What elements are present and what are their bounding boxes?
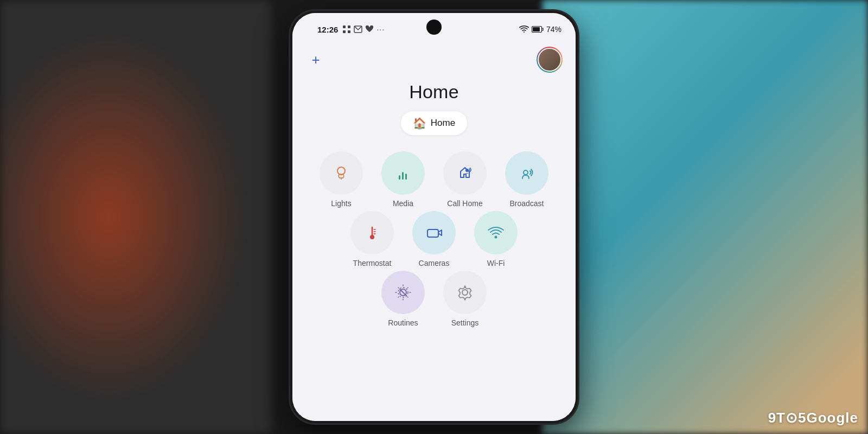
svg-rect-11: [402, 172, 404, 180]
callhome-label: Call Home: [447, 199, 482, 208]
svg-line-31: [398, 297, 399, 297]
background-right: [542, 0, 868, 434]
status-left: 12:26 ···: [307, 25, 385, 34]
settings-icon-circle: [443, 271, 487, 314]
wifi-label: Wi-Fi: [487, 259, 505, 267]
media-item[interactable]: Media: [374, 151, 432, 208]
cameras-label: Cameras: [419, 259, 450, 267]
svg-point-7: [337, 167, 345, 175]
home-pill-label: Home: [431, 118, 455, 129]
grid-icon: [342, 25, 351, 34]
callhome-item[interactable]: Call Home: [436, 151, 494, 208]
broadcast-icon: [517, 163, 537, 183]
svg-line-28: [398, 288, 399, 288]
battery-icon: [532, 26, 544, 33]
phone-screen: 12:26 ···: [292, 13, 576, 421]
cameras-icon-circle: [412, 211, 456, 254]
callhome-icon: [455, 163, 475, 183]
media-label: Media: [393, 199, 413, 208]
home-icon: 🏠: [413, 117, 426, 130]
cameras-icon: [424, 223, 444, 242]
avatar-inner: [538, 48, 561, 72]
svg-point-16: [370, 235, 374, 239]
wifi-icon-circle: [474, 211, 518, 254]
lights-label: Lights: [331, 199, 351, 208]
status-icons-left: ···: [342, 25, 385, 34]
svg-rect-2: [343, 30, 346, 33]
watermark: 9T⊙5Google: [768, 410, 858, 426]
broadcast-icon-circle: [505, 151, 548, 195]
lights-icon-circle: [320, 151, 363, 195]
grid-row-2: Thermostat Cameras: [303, 211, 565, 267]
thermostat-icon: [362, 223, 382, 242]
svg-rect-1: [348, 25, 350, 28]
app-content: + Home 🏠 Home: [292, 41, 576, 421]
routines-item[interactable]: Routines: [374, 271, 432, 327]
camera-hole: [426, 20, 442, 35]
grid-row-3: Routines Settings: [303, 271, 565, 327]
ellipsis-icon: ···: [376, 25, 385, 34]
svg-rect-12: [405, 174, 407, 180]
svg-line-29: [407, 297, 408, 297]
battery-percent: 74%: [546, 25, 561, 34]
svg-line-30: [407, 288, 408, 288]
cameras-item[interactable]: Cameras: [405, 211, 463, 267]
thermostat-label: Thermostat: [353, 259, 392, 267]
svg-rect-0: [343, 25, 346, 28]
svg-point-33: [462, 290, 468, 295]
status-icons-right: 74%: [519, 25, 561, 34]
grid-row-1: Lights Media: [303, 151, 565, 208]
routines-icon: [393, 283, 413, 302]
add-button[interactable]: +: [305, 49, 326, 70]
settings-icon: [455, 283, 475, 302]
lights-icon: [331, 163, 351, 183]
wifi-item[interactable]: Wi-Fi: [467, 211, 525, 267]
thermostat-icon-circle: [350, 211, 394, 254]
routines-icon-circle: [381, 271, 425, 314]
media-icon: [393, 163, 413, 183]
broadcast-item[interactable]: Broadcast: [497, 151, 556, 208]
email-icon: [354, 25, 362, 33]
settings-label: Settings: [451, 318, 479, 327]
svg-rect-6: [533, 27, 540, 31]
callhome-icon-circle: [443, 151, 487, 195]
grid-section: Lights Media: [303, 151, 565, 327]
svg-point-21: [495, 236, 497, 239]
status-bar: 12:26 ···: [292, 13, 576, 41]
background-left: [0, 0, 271, 434]
heart-icon: [365, 25, 374, 33]
routines-label: Routines: [388, 318, 418, 327]
page-title: Home: [409, 81, 459, 103]
plus-icon: +: [311, 53, 320, 67]
avatar[interactable]: [537, 47, 563, 73]
lights-item[interactable]: Lights: [312, 151, 371, 208]
settings-item[interactable]: Settings: [436, 271, 494, 327]
svg-rect-20: [427, 229, 438, 237]
thermostat-item[interactable]: Thermostat: [343, 211, 401, 267]
svg-rect-3: [348, 30, 350, 33]
phone-frame: 12:26 ···: [290, 11, 578, 423]
svg-point-14: [524, 170, 528, 175]
media-icon-circle: [381, 151, 425, 195]
status-time: 12:26: [317, 25, 338, 34]
home-pill[interactable]: 🏠 Home: [401, 111, 467, 135]
top-bar: +: [303, 41, 565, 81]
wifi-status-icon: [519, 25, 529, 33]
wifi-home-icon: [486, 223, 506, 242]
broadcast-label: Broadcast: [509, 199, 544, 208]
svg-rect-10: [399, 175, 400, 180]
svg-point-13: [465, 169, 469, 172]
